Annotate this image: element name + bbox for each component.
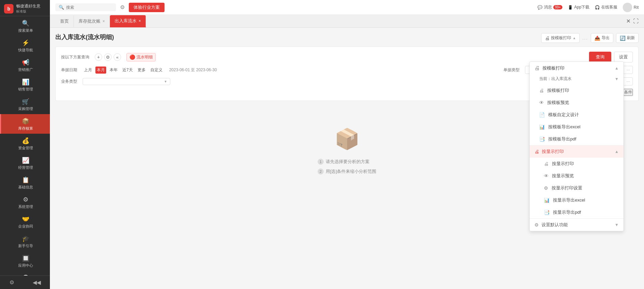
dropdown-footer[interactable]: ⚙ 设置默认功能 ▼ [530, 218, 623, 231]
query-btn[interactable]: 查询 [589, 52, 611, 62]
dropdown-item-template_preview[interactable]: 👁按模板预览 [530, 97, 623, 109]
warehouse-more-icon[interactable]: ··· [626, 79, 630, 84]
search-icon: 🔍 [59, 5, 64, 10]
sidebar-item-sales[interactable]: 📊销售管理 [0, 75, 50, 95]
date-shortcut-自定义[interactable]: 自定义 [149, 67, 164, 74]
user-avatar [623, 3, 632, 12]
doc-type-more-icon[interactable]: ··· [626, 68, 630, 72]
export-btn[interactable]: 📤 导出 [591, 33, 613, 43]
date-shortcut-本年[interactable]: 本年 [108, 67, 119, 74]
filter-collapse-btn[interactable]: « [114, 53, 121, 61]
dropdown-item-display_print[interactable]: 🖨按显示打印 [530, 158, 623, 170]
footer-arrow-icon[interactable]: ▼ [615, 222, 619, 227]
window-close-btn[interactable]: ✕ [626, 18, 631, 24]
template_preview-icon: 👁 [539, 100, 544, 105]
tip1-num: 1 [318, 159, 324, 165]
date-shortcut-近7天[interactable]: 近7天 [121, 67, 134, 74]
customer-service-btn[interactable]: 🎧 在线客服 [595, 4, 617, 10]
sidebar-item-marketing[interactable]: 📢营销推广 [0, 55, 50, 75]
tab-stock-flow[interactable]: 出入库流水 × [110, 15, 146, 27]
date-shortcut-更多[interactable]: 更多 [136, 67, 147, 74]
action-bar: 🖨 按模板打印 ▲ ... 📤 导出 🔄 刷新 [541, 33, 639, 43]
refresh-btn[interactable]: 🔄 刷新 [616, 33, 639, 43]
search-input[interactable] [66, 5, 113, 10]
sidebar-item-appstore[interactable]: 🔲应用中心 [0, 251, 50, 271]
sidebar-item-enterprise[interactable]: 🤝企业协同 [0, 212, 50, 232]
headset-icon: 🎧 [595, 5, 600, 10]
sidebar-bottom: ⚙ ◀◀ [0, 275, 50, 289]
filter-tag: 🔴 流水明细 [126, 53, 156, 61]
query-action-btns: 查询 设置 [589, 52, 633, 62]
tab-home[interactable]: 首页 [55, 16, 74, 27]
enterprise-label: 企业协同 [18, 224, 33, 229]
system-label: 系统管理 [18, 204, 33, 209]
sidebar-item-guide[interactable]: 🎓新手引导 [0, 232, 50, 251]
chevron-up-icon: ▲ [573, 36, 576, 40]
trial-btn[interactable]: 体验行业方案 [129, 3, 165, 12]
window-expand-btn[interactable]: ⛶ [633, 18, 639, 24]
filter-add-btn[interactable]: + [95, 53, 102, 61]
shortcut-icon: ⚡ [22, 39, 29, 47]
app-download-btn[interactable]: 📱 App下载 [568, 4, 589, 10]
sidebar-item-search[interactable]: 🔍搜索菜单 [0, 16, 50, 36]
marketing-icon: 📢 [22, 59, 29, 66]
dropdown-item-template_pdf[interactable]: 📑按模板导出pdf [530, 133, 623, 145]
dropdown-display-section: 🖨 按显示打印 ▲ 🖨按显示打印👁按显示预览⚙按显示打印设置📊按显示导出exce… [530, 145, 623, 218]
sidebar-item-inventory[interactable]: 📦库存核算 [0, 114, 50, 134]
dropdown-item-display_settings[interactable]: ⚙按显示打印设置 [530, 182, 623, 194]
sidebar-item-wechat[interactable]: 💬企业微信 [0, 271, 50, 275]
dropdown-header-arrow-icon[interactable]: ▲ [615, 66, 619, 71]
biz-type-select[interactable]: ▼ [83, 78, 170, 85]
messages-btn[interactable]: 💬 消息 99+ [537, 4, 562, 10]
dropdown-item-template_excel[interactable]: 📊按模板导出excel [530, 121, 623, 133]
user-avatar-btn[interactable]: Rit [623, 3, 639, 12]
sidebar-item-finance[interactable]: 💰资金管理 [0, 134, 50, 153]
message-icon: 💬 [537, 5, 543, 10]
display_preview-icon: 👁 [544, 173, 549, 179]
template_pdf-icon: 📑 [539, 136, 545, 142]
sales-label: 销售管理 [18, 87, 33, 92]
sidebar-item-shortcut[interactable]: ⚡快捷导航 [0, 36, 50, 55]
topbar-settings-icon[interactable]: ⚙ [120, 4, 125, 10]
dropdown-display-header[interactable]: 🖨 按显示打印 ▲ [530, 146, 623, 158]
display-section-icon: 🖨 [534, 149, 539, 154]
more-options-icon[interactable]: ... [582, 35, 588, 41]
dropdown-item-template_print[interactable]: 🖨按模板打印 [530, 84, 623, 97]
dropdown-template-items: 🖨按模板打印👁按模板预览📄模板自定义设计📊按模板导出excel📑按模板导出pdf [530, 84, 623, 145]
topbar-search-box[interactable]: 🔍 [55, 3, 116, 11]
template_custom-icon: 📄 [539, 112, 545, 117]
dropdown-current-label: 当前：出入库流水 [539, 76, 572, 82]
guide-label: 新手引导 [18, 243, 33, 248]
sidebar-item-system[interactable]: ⚙系统管理 [0, 192, 50, 212]
sidebar-settings-icon[interactable]: ⚙ [9, 279, 14, 286]
dropdown-item-display_excel[interactable]: 📊按显示导出excel [530, 194, 623, 206]
print-template-btn[interactable]: 🖨 按模板打印 ▲ [541, 33, 580, 43]
finance-icon: 💰 [22, 137, 29, 144]
dropdown-header: 🖨 按模板打印 ▲ [530, 62, 623, 75]
printer-icon: 🖨 [545, 35, 550, 41]
tab-inventory-batch-close[interactable]: × [103, 19, 105, 24]
date-range-value: 2023-06-01 至 2023-06-30 [169, 67, 217, 73]
sidebar-collapse-icon[interactable]: ◀◀ [33, 279, 41, 286]
purchase-label: 采购管理 [18, 106, 33, 111]
sidebar-item-operations[interactable]: 📈经营管理 [0, 153, 50, 173]
sidebar-item-purchase[interactable]: 🛒采购管理 [0, 95, 50, 114]
dropdown-item-display_pdf[interactable]: 📑按显示导出pdf [530, 206, 623, 218]
date-shortcut-上月[interactable]: 上月 [83, 67, 93, 74]
filter-tag-item[interactable]: 🔴 流水明细 [126, 53, 156, 61]
sidebar-item-basic[interactable]: 📋基础信息 [0, 173, 50, 192]
dropdown-item-display_preview[interactable]: 👁按显示预览 [530, 170, 623, 182]
basic-label: 基础信息 [18, 185, 33, 190]
tabs-window-controls: ✕ ⛶ [626, 18, 639, 24]
filter-settings-btn[interactable]: 设置 [614, 52, 633, 62]
display-section-arrow-icon[interactable]: ▲ [615, 149, 619, 154]
date-shortcut-本月[interactable]: 本月 [95, 67, 106, 74]
enterprise-icon: 🤝 [22, 215, 29, 223]
filter-config-btn[interactable]: ⚙ [104, 53, 112, 61]
dropdown-item-template_custom[interactable]: 📄模板自定义设计 [530, 109, 623, 121]
system-icon: ⚙ [23, 196, 28, 203]
tab-stock-flow-close[interactable]: × [139, 19, 141, 23]
tab-inventory-batch[interactable]: 库存批次账 × [74, 16, 110, 27]
dropdown-current-arrow-icon[interactable]: ▼ [615, 77, 619, 81]
appstore-icon: 🔲 [22, 255, 29, 262]
